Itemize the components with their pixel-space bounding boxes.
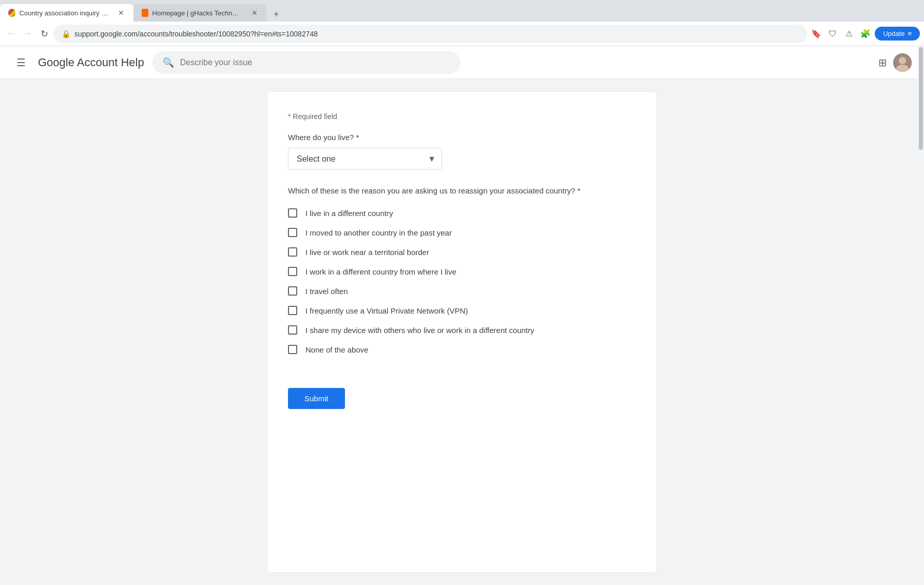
checkbox-cb6[interactable] bbox=[288, 306, 297, 315]
checkbox-cb3[interactable] bbox=[288, 247, 297, 257]
checkbox-group: I live in a different countryI moved to … bbox=[288, 203, 636, 359]
checkbox-cb4[interactable] bbox=[288, 267, 297, 276]
tab-favicon-google bbox=[8, 9, 15, 17]
scrollbar-track[interactable] bbox=[918, 46, 924, 585]
tab-label-active: Country association inquiry - Goo... bbox=[20, 9, 109, 17]
checkbox-label-cb1: I live in a different country bbox=[305, 209, 393, 218]
checkbox-label-cb4: I work in a different country from where… bbox=[305, 267, 456, 276]
checkbox-item: I travel often bbox=[288, 281, 636, 301]
url-bar[interactable]: 🔒 support.google.com/accounts/troublesho… bbox=[53, 25, 807, 43]
country-select-wrapper: Select one United States United Kingdom … bbox=[288, 148, 442, 170]
page-header: ☰ Google Account Help 🔍 ⊞ bbox=[0, 46, 924, 79]
avatar-image bbox=[893, 53, 912, 72]
checkbox-item: I live in a different country bbox=[288, 203, 636, 223]
url-text: support.google.com/accounts/troubleshoot… bbox=[74, 30, 799, 38]
search-icon: 🔍 bbox=[163, 57, 174, 68]
svg-point-1 bbox=[899, 57, 906, 64]
tab-label-inactive: Homepage | gHacks Technology News bbox=[152, 9, 242, 17]
submit-button[interactable]: Submit bbox=[288, 388, 345, 409]
hamburger-menu-button[interactable]: ☰ bbox=[12, 52, 30, 73]
site-title: Google Account Help bbox=[38, 56, 144, 69]
form-card: * Required field Where do you live? * Se… bbox=[267, 91, 657, 573]
search-input[interactable] bbox=[180, 58, 450, 67]
checkbox-label-cb2: I moved to another country in the past y… bbox=[305, 228, 452, 237]
tab-favicon-ghacks bbox=[142, 9, 148, 17]
page-content: * Required field Where do you live? * Se… bbox=[0, 79, 924, 585]
browser-chrome: Country association inquiry - Goo... ✕ H… bbox=[0, 0, 924, 46]
checkbox-cb8[interactable] bbox=[288, 345, 297, 354]
checkbox-label-cb7: I share my device with others who live o… bbox=[305, 326, 534, 335]
toolbar-right: 🔖 🛡 ⚠ 🧩 Update ≡ bbox=[809, 27, 920, 41]
checkbox-item: I moved to another country in the past y… bbox=[288, 223, 636, 242]
back-button[interactable]: ← bbox=[4, 27, 18, 41]
reload-button[interactable]: ↻ bbox=[37, 27, 51, 41]
search-bar[interactable]: 🔍 bbox=[152, 51, 460, 74]
tab-close-button[interactable]: ✕ bbox=[117, 8, 125, 18]
new-tab-button[interactable]: + bbox=[269, 7, 283, 22]
checkbox-label-cb3: I live or work near a territorial border bbox=[305, 248, 429, 257]
where-live-label: Where do you live? * bbox=[288, 133, 636, 142]
checkbox-item: None of the above bbox=[288, 340, 636, 359]
update-label: Update bbox=[883, 30, 904, 37]
bookmark-icon[interactable]: 🔖 bbox=[809, 27, 823, 41]
forward-button[interactable]: → bbox=[21, 27, 35, 41]
country-select[interactable]: Select one United States United Kingdom … bbox=[288, 148, 442, 170]
checkbox-label-cb8: None of the above bbox=[305, 345, 369, 354]
checkbox-label-cb5: I travel often bbox=[305, 287, 348, 296]
tab-bar: Country association inquiry - Goo... ✕ H… bbox=[0, 0, 924, 22]
where-live-group: Where do you live? * Select one United S… bbox=[288, 133, 636, 170]
lock-icon: 🔒 bbox=[62, 30, 70, 38]
update-icon: ≡ bbox=[908, 30, 912, 37]
checkbox-item: I live or work near a territorial border bbox=[288, 242, 636, 262]
checkbox-item: I frequently use a Virtual Private Netwo… bbox=[288, 301, 636, 320]
update-button[interactable]: Update ≡ bbox=[875, 27, 920, 41]
required-note: * Required field bbox=[288, 112, 636, 121]
address-bar: ← → ↻ 🔒 support.google.com/accounts/trou… bbox=[0, 22, 924, 46]
apps-grid-icon[interactable]: ⊞ bbox=[878, 56, 887, 69]
checkbox-item: I share my device with others who live o… bbox=[288, 320, 636, 340]
checkbox-item: I work in a different country from where… bbox=[288, 262, 636, 281]
checkbox-cb1[interactable] bbox=[288, 208, 297, 218]
checkbox-cb7[interactable] bbox=[288, 325, 297, 335]
reason-question-label: Which of these is the reason you are ask… bbox=[288, 186, 636, 195]
warning-icon[interactable]: ⚠ bbox=[842, 27, 856, 41]
scrollbar-thumb[interactable] bbox=[919, 47, 923, 150]
tab-inactive[interactable]: Homepage | gHacks Technology News ✕ bbox=[133, 4, 267, 22]
reason-group: Which of these is the reason you are ask… bbox=[288, 186, 636, 359]
avatar[interactable] bbox=[893, 53, 912, 72]
header-right: ⊞ bbox=[878, 53, 912, 72]
tab-close-inactive-button[interactable]: ✕ bbox=[251, 8, 259, 18]
checkbox-cb2[interactable] bbox=[288, 228, 297, 237]
tab-active[interactable]: Country association inquiry - Goo... ✕ bbox=[0, 4, 133, 22]
checkbox-label-cb6: I frequently use a Virtual Private Netwo… bbox=[305, 306, 468, 315]
checkbox-cb5[interactable] bbox=[288, 286, 297, 296]
brave-shield-icon[interactable]: 🛡 bbox=[825, 27, 840, 41]
extensions-icon[interactable]: 🧩 bbox=[858, 27, 873, 41]
